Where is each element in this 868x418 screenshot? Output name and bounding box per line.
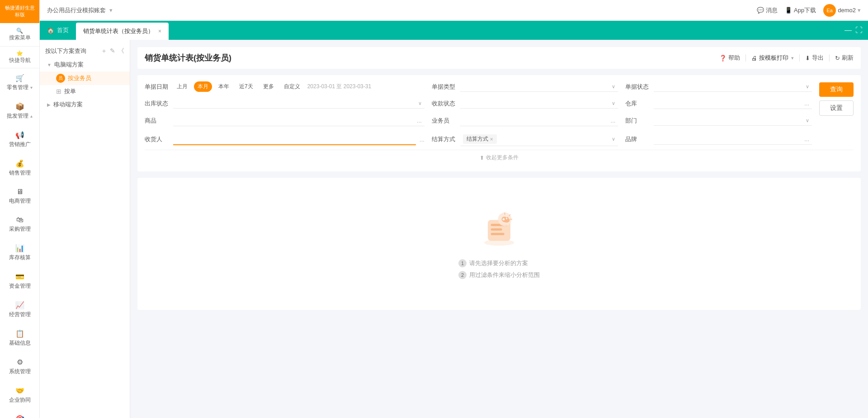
collapse-btn[interactable]: ⬆ 收起更多条件 [145, 150, 854, 165]
recv-status-select[interactable]: ∨ [460, 99, 618, 109]
user-dropdown-icon: ▾ [858, 7, 861, 14]
dept-select[interactable]: ∨ [654, 116, 812, 126]
receiver-dots[interactable]: ... [420, 136, 425, 143]
filter-salesman-item: 业务员 ... [432, 115, 618, 126]
retail-icon: 🛒 [0, 74, 39, 82]
filter-receiver-item: 收货人 ... [145, 134, 425, 145]
date-btn-more[interactable]: 更多 [259, 81, 278, 92]
left-panel-title: 按以下方案查询 [45, 47, 86, 55]
edit-scheme-icon[interactable]: ✎ [110, 47, 115, 55]
out-status-select[interactable]: ∨ [173, 99, 425, 109]
sidebar-item-purchase[interactable]: 🛍 采购管理 [0, 210, 39, 238]
topbar-right: 💬 消息 📱 App下载 Ea demo2 ▾ [757, 4, 861, 17]
filter-section: 单据日期 上月 本月 本年 近7天 更多 自定义 2023-03-01 至 20… [137, 75, 861, 171]
collapse-panel-icon[interactable]: 《 [118, 47, 124, 55]
sidebar-item-inventory[interactable]: 📊 库存核算 [0, 238, 39, 267]
search-menu[interactable]: 🔍 搜索菜单 [0, 23, 39, 47]
sidebar-item-sales[interactable]: 💰 销售管理 [0, 154, 39, 182]
sidebar: 畅捷通好生意 标版 🔍 搜索菜单 ⭐ 快捷导航 🛒 零售管理 ▾ 📦 批发管理 … [0, 0, 40, 418]
receiver-input[interactable] [173, 134, 416, 145]
tree-child-by-order[interactable]: ⊞ 按单 [40, 85, 130, 98]
home-icon: 🏠 [47, 27, 54, 34]
user-avatar[interactable]: Ea demo2 ▾ [823, 4, 861, 17]
settle-tag: 结算方式 × [463, 134, 497, 144]
enterprise-icon: 🤝 [0, 386, 39, 395]
help-btn[interactable]: ❓ 帮助 [719, 54, 740, 62]
newuser-icon: 🎯 [0, 415, 39, 418]
settle-select[interactable]: 结算方式 × ∨ [460, 133, 618, 146]
date-label: 单据日期 [145, 83, 170, 91]
date-btn-7days[interactable]: 近7天 [236, 81, 257, 92]
goods-dots: ... [417, 117, 422, 124]
print-dropdown-icon[interactable]: ▾ [791, 55, 794, 61]
status-label: 单据状态 [625, 83, 650, 91]
page-actions: ❓ 帮助 🖨 按模板打印 ▾ ⬇ 导出 [719, 54, 854, 62]
tabbar-actions: — ⛶ [844, 26, 868, 34]
filter-status-item: 单据状态 ∨ [625, 82, 812, 92]
out-status-label: 出库状态 [145, 100, 170, 108]
date-btn-last-month[interactable]: 上月 [173, 81, 191, 92]
tab-sales-stats[interactable]: 销货单统计表（按业务员） × [76, 23, 169, 40]
tree-item-mobile[interactable]: ▶ 移动端方案 [40, 98, 130, 111]
sidebar-item-operations[interactable]: 📈 经营管理 [0, 295, 39, 324]
filter-brand-item: 品牌 ... [625, 134, 812, 145]
type-label: 单据类型 [432, 83, 457, 91]
type-select[interactable]: ∨ [460, 82, 618, 92]
settings-btn[interactable]: 设置 [819, 100, 854, 116]
empty-tip-1: 1 请先选择要分析的方案 [458, 259, 540, 267]
sidebar-item-basic[interactable]: 📋 基础信息 [0, 324, 39, 352]
svg-rect-4 [491, 233, 505, 235]
salesman-dots: ... [611, 117, 616, 124]
out-status-dropdown-icon: ∨ [418, 100, 422, 106]
dept-dropdown-icon: ∨ [806, 118, 809, 124]
salesman-select[interactable]: ... [460, 115, 618, 126]
tab-home[interactable]: 🏠 首页 [40, 21, 76, 40]
query-btn[interactable]: 查询 [819, 82, 854, 97]
tab-minimize-icon[interactable]: — [844, 26, 852, 34]
collapse-up-icon: ⬆ [480, 155, 484, 161]
empty-tip-2: 2 用过滤条件来缩小分析范围 [458, 271, 540, 279]
goods-select[interactable]: ... [173, 115, 425, 126]
brand-select[interactable]: ... [654, 134, 812, 145]
workspace-label: 办公用品行业模拟账套 [47, 6, 106, 14]
app-download-btn[interactable]: 📱 App下载 [785, 6, 816, 14]
query-buttons: 查询 设置 [812, 81, 854, 116]
help-icon: ❓ [719, 55, 726, 62]
refresh-icon: ↻ [835, 55, 840, 62]
sidebar-item-enterprise[interactable]: 🤝 企业协同 [0, 381, 39, 409]
tree-item-pc[interactable]: ▼ 电脑端方案 [40, 58, 130, 71]
date-btn-this-month[interactable]: 本月 [194, 81, 212, 92]
settle-dropdown-icon: ∨ [612, 136, 615, 142]
search-icon: 🔍 [16, 28, 23, 34]
add-scheme-icon[interactable]: ＋ [101, 47, 107, 55]
filter-out-status-item: 出库状态 ∨ [145, 99, 425, 109]
messages-btn[interactable]: 💬 消息 [757, 6, 778, 14]
tabbar: 🏠 首页 销货单统计表（按业务员） × — ⛶ [40, 21, 868, 40]
workspace-dropdown-icon[interactable]: ▾ [109, 7, 113, 14]
quick-nav[interactable]: ⭐ 快捷导航 [0, 47, 39, 68]
filter-row-1: 单据日期 上月 本月 本年 近7天 更多 自定义 2023-03-01 至 20… [145, 81, 812, 92]
sidebar-item-newuser[interactable]: 🎯 新手引导 [0, 409, 39, 418]
export-btn[interactable]: ⬇ 导出 [805, 54, 824, 62]
warehouse-select[interactable]: ... [654, 98, 812, 109]
date-btn-this-year[interactable]: 本年 [215, 81, 233, 92]
sidebar-item-system[interactable]: ⚙ 系统管理 [0, 352, 39, 381]
date-btn-custom[interactable]: 自定义 [280, 81, 304, 92]
tree-child-by-salesman[interactable]: 员 按业务员 [40, 71, 130, 85]
status-select[interactable]: ∨ [654, 82, 812, 92]
goods-label: 商品 [145, 117, 170, 125]
chevron-down-icon: ▾ [30, 85, 33, 90]
sidebar-item-ecommerce[interactable]: 🖥 电商管理 [0, 182, 39, 210]
tab-close-icon[interactable]: × [158, 28, 161, 34]
filter-date-item: 单据日期 上月 本月 本年 近7天 更多 自定义 2023-03-01 至 20… [145, 81, 425, 92]
sidebar-item-marketing[interactable]: 📢 营销推广 [0, 125, 39, 154]
print-btn[interactable]: 🖨 按模板打印 ▾ [751, 54, 794, 62]
message-icon: 💬 [757, 7, 764, 14]
settle-tag-close[interactable]: × [490, 136, 493, 142]
sidebar-item-retail[interactable]: 🛒 零售管理 ▾ [0, 68, 39, 97]
refresh-btn[interactable]: ↻ 刷新 [835, 54, 854, 62]
sidebar-item-wholesale[interactable]: 📦 批发管理 ▴ [0, 97, 39, 125]
app-logo[interactable]: 畅捷通好生意 标版 [0, 0, 39, 23]
sidebar-item-finance[interactable]: 💳 资金管理 [0, 267, 39, 295]
tab-maximize-icon[interactable]: ⛶ [855, 26, 863, 34]
